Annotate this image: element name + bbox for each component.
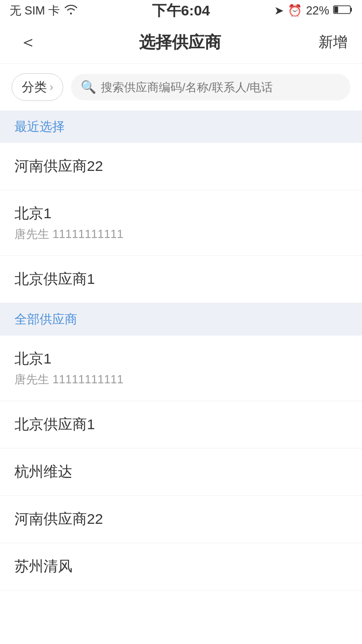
location-icon: ➤ bbox=[274, 4, 284, 17]
list-item[interactable]: 北京1唐先生 11111111111 bbox=[0, 190, 362, 256]
list-item[interactable]: 苏州清风 bbox=[0, 543, 362, 590]
list-item[interactable]: 北京1唐先生 11111111111 bbox=[0, 336, 362, 401]
list-item[interactable]: 河南供应商22 bbox=[0, 143, 362, 190]
search-icon: 🔍 bbox=[81, 80, 96, 95]
search-input[interactable] bbox=[101, 81, 341, 94]
list-item[interactable]: 河南供应商22 bbox=[0, 496, 362, 543]
alarm-icon: ⏰ bbox=[288, 4, 302, 17]
item-name: 杭州维达 bbox=[14, 462, 348, 482]
status-right: ➤ ⏰ 22% bbox=[274, 4, 352, 17]
item-sub: 唐先生 11111111111 bbox=[14, 372, 348, 387]
item-name: 苏州清风 bbox=[14, 557, 348, 576]
svg-rect-2 bbox=[334, 7, 338, 13]
all-section-header: 全部供应商 bbox=[0, 303, 362, 336]
item-name: 河南供应商22 bbox=[14, 509, 348, 529]
recent-section-header: 最近选择 bbox=[0, 111, 362, 143]
page-title: 选择供应商 bbox=[139, 31, 221, 54]
item-sub: 唐先生 11111111111 bbox=[14, 226, 348, 242]
filter-bar: 分类 › 🔍 bbox=[0, 64, 362, 111]
item-name: 北京1 bbox=[14, 204, 348, 224]
category-label: 分类 bbox=[22, 79, 47, 96]
search-box[interactable]: 🔍 bbox=[71, 74, 350, 100]
category-button[interactable]: 分类 › bbox=[12, 73, 63, 101]
list-item[interactable]: 杭州维达 bbox=[0, 448, 362, 496]
list-item[interactable]: 北京供应商1 bbox=[0, 256, 362, 303]
status-time: 下午6:04 bbox=[152, 1, 210, 21]
all-list: 北京1唐先生 11111111111北京供应商1杭州维达河南供应商22苏州清风 bbox=[0, 336, 362, 590]
svg-rect-1 bbox=[350, 8, 352, 12]
item-name: 北京1 bbox=[14, 349, 348, 369]
battery-icon bbox=[333, 4, 352, 17]
list-item[interactable]: 北京供应商1 bbox=[0, 401, 362, 448]
nav-bar: ＜ 选择供应商 新增 bbox=[0, 21, 362, 64]
back-button[interactable]: ＜ bbox=[14, 26, 42, 59]
carrier-label: 无 SIM 卡 bbox=[10, 3, 60, 18]
all-section-label: 全部供应商 bbox=[14, 312, 77, 326]
item-name: 北京供应商1 bbox=[14, 415, 348, 434]
battery-label: 22% bbox=[306, 4, 329, 17]
item-name: 河南供应商22 bbox=[14, 156, 348, 176]
add-button[interactable]: 新增 bbox=[319, 32, 348, 52]
recent-section-label: 最近选择 bbox=[14, 119, 65, 134]
item-name: 北京供应商1 bbox=[14, 269, 348, 289]
status-left: 无 SIM 卡 bbox=[10, 3, 78, 18]
chevron-right-icon: › bbox=[50, 81, 53, 94]
wifi-icon bbox=[64, 4, 78, 17]
status-bar: 无 SIM 卡 下午6:04 ➤ ⏰ 22% bbox=[0, 0, 362, 21]
recent-list: 河南供应商22北京1唐先生 11111111111北京供应商1 bbox=[0, 143, 362, 303]
